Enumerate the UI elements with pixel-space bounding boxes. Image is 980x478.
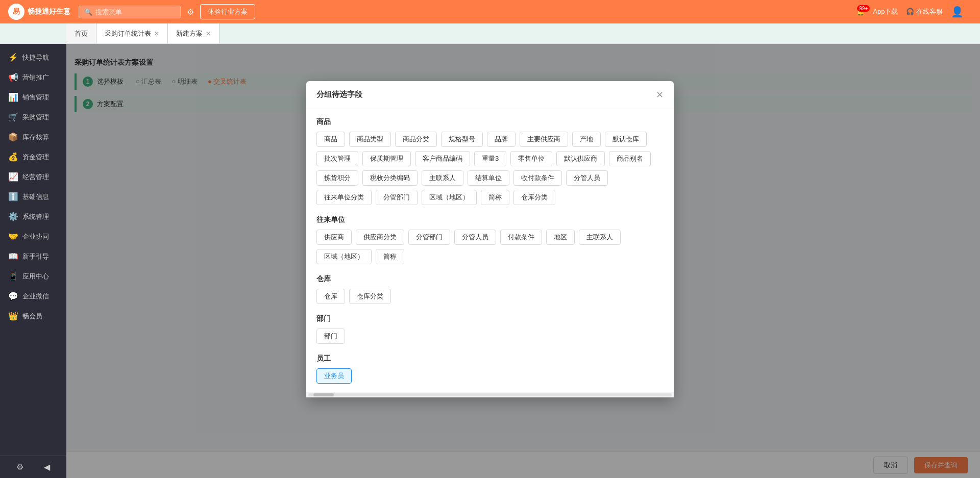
warehouse-field-tags: 仓库仓库分类: [316, 289, 664, 304]
field-tag[interactable]: 简称: [376, 249, 404, 264]
field-tag[interactable]: 往来单位分类: [316, 190, 372, 205]
sidebar-item-guide[interactable]: 📖 新手引导: [0, 246, 66, 266]
sidebar: 🔍 搜索菜单 ⚡ 快捷导航 📢 营销推广 📊 销售管理 🛒 采购管理 📦 库存核…: [0, 23, 66, 478]
sidebar-quicknav-label: 快捷导航: [22, 53, 49, 62]
field-tag[interactable]: 默认仓库: [605, 132, 647, 147]
settings-btn[interactable]: ⚙: [187, 7, 194, 17]
modal-hscrollbar[interactable]: [306, 392, 674, 397]
field-tag[interactable]: 零售单位: [510, 151, 552, 166]
field-tag[interactable]: 主联系人: [422, 170, 463, 186]
sidebar-app-label: 应用中心: [22, 272, 49, 281]
sidebar-operations-label: 经营管理: [22, 172, 49, 182]
section-product: 商品 商品商品类型商品分类规格型号品牌主要供应商产地默认仓库批次管理保质期管理客…: [316, 117, 664, 205]
sidebar-bottom: ⚙ ◀: [0, 456, 66, 478]
header-search-box[interactable]: 🔍: [79, 6, 181, 18]
field-tag[interactable]: 主联系人: [579, 230, 621, 245]
field-tag[interactable]: 主要供应商: [520, 132, 568, 147]
modal-close-btn[interactable]: ✕: [656, 89, 664, 100]
field-tag[interactable]: 地区: [546, 230, 575, 245]
sales-icon: 📊: [8, 92, 18, 102]
wechat-icon: 💬: [8, 291, 18, 301]
field-tag[interactable]: 付款条件: [500, 230, 542, 245]
section-employee-title: 员工: [316, 354, 664, 363]
sidebar-item-purchase[interactable]: 🛒 采购管理: [0, 107, 66, 127]
field-tag[interactable]: 收付款条件: [513, 170, 562, 186]
inventory-icon: 📦: [8, 132, 18, 142]
app-download-link[interactable]: App下载: [873, 7, 898, 16]
field-tag[interactable]: 仓库分类: [513, 190, 555, 205]
tab-home[interactable]: 首页: [66, 23, 96, 43]
logo-icon: 易: [8, 4, 24, 20]
sidebar-item-basic-info[interactable]: ℹ️ 基础信息: [0, 187, 66, 207]
trial-btn[interactable]: 体验行业方案: [200, 4, 255, 19]
field-tag[interactable]: 供应商分类: [356, 230, 404, 245]
field-tag[interactable]: 业务员: [316, 368, 352, 384]
tab-purchase-close[interactable]: ✕: [154, 30, 159, 37]
field-tag[interactable]: 区域（地区）: [316, 249, 372, 264]
field-tag[interactable]: 商品别名: [609, 151, 651, 166]
sidebar-item-system[interactable]: ⚙️ 系统管理: [0, 207, 66, 227]
sidebar-item-operations[interactable]: 📈 经营管理: [0, 167, 66, 187]
field-tag[interactable]: 简称: [481, 190, 509, 205]
field-tag[interactable]: 拣货积分: [316, 170, 358, 186]
field-tag[interactable]: 商品: [316, 132, 345, 147]
field-tag[interactable]: 分管人员: [454, 230, 496, 245]
sidebar-finance-label: 资金管理: [22, 153, 49, 162]
modal-body[interactable]: 商品 商品商品类型商品分类规格型号品牌主要供应商产地默认仓库批次管理保质期管理客…: [306, 109, 674, 392]
field-tag[interactable]: 规格型号: [441, 132, 483, 147]
product-field-tags: 商品商品类型商品分类规格型号品牌主要供应商产地默认仓库批次管理保质期管理客户商品…: [316, 132, 664, 205]
sidebar-item-quicknav[interactable]: ⚡ 快捷导航: [0, 47, 66, 67]
field-tag[interactable]: 供应商: [316, 230, 352, 245]
sidebar-item-collab[interactable]: 🤝 企业协同: [0, 227, 66, 246]
sidebar-guide-label: 新手引导: [22, 252, 49, 261]
sidebar-basic-label: 基础信息: [22, 192, 49, 202]
sidebar-item-wechat[interactable]: 💬 企业微信: [0, 286, 66, 306]
field-tag[interactable]: 分管部门: [408, 230, 450, 245]
sidebar-collab-label: 企业协同: [22, 232, 49, 241]
field-tag[interactable]: 分管人员: [566, 170, 608, 186]
field-tag[interactable]: 保质期管理: [362, 151, 411, 166]
sidebar-collapse-icon[interactable]: ◀: [44, 462, 50, 472]
marketing-icon: 📢: [8, 72, 18, 82]
sidebar-item-app-center[interactable]: 📱 应用中心: [0, 266, 66, 286]
field-tag[interactable]: 商品类型: [349, 132, 391, 147]
search-input[interactable]: [95, 8, 157, 16]
sidebar-item-sales[interactable]: 📊 销售管理: [0, 87, 66, 107]
sidebar-item-inventory[interactable]: 📦 库存核算: [0, 127, 66, 147]
purchase-icon: 🛒: [8, 112, 18, 122]
section-partner: 往来单位 供应商供应商分类分管部门分管人员付款条件地区主联系人区域（地区）简称: [316, 215, 664, 264]
sidebar-member-label: 畅会员: [22, 312, 42, 321]
online-service-link[interactable]: 🎧 在线客服: [906, 7, 943, 16]
field-tag[interactable]: 区域（地区）: [422, 190, 477, 205]
field-tag[interactable]: 税收分类编码: [362, 170, 418, 186]
gear-icon: ⚙: [187, 8, 194, 16]
tab-new-scheme[interactable]: 新建方案 ✕: [168, 23, 219, 43]
system-icon: ⚙️: [8, 212, 18, 221]
search-icon: 🔍: [84, 8, 92, 16]
sidebar-item-member[interactable]: 👑 畅会员: [0, 306, 66, 326]
logo-area: 易 畅捷通好生意: [8, 4, 75, 20]
sidebar-settings-icon[interactable]: ⚙: [16, 462, 23, 472]
field-tag[interactable]: 重量3: [474, 151, 506, 166]
sidebar-sales-label: 销售管理: [22, 93, 49, 102]
field-tag[interactable]: 仓库分类: [349, 289, 391, 304]
hscroll-track: [308, 393, 672, 396]
field-tag[interactable]: 部门: [316, 329, 345, 344]
field-tag[interactable]: 品牌: [487, 132, 516, 147]
field-tag[interactable]: 客户商品编码: [415, 151, 470, 166]
notification-area[interactable]: 🔔 99+: [856, 8, 865, 16]
field-tag[interactable]: 产地: [572, 132, 601, 147]
hscroll-thumb[interactable]: [313, 393, 334, 396]
sidebar-item-marketing[interactable]: 📢 营销推广: [0, 67, 66, 87]
avatar[interactable]: 👤: [951, 6, 964, 18]
field-tag[interactable]: 批次管理: [316, 151, 358, 166]
field-tag[interactable]: 结算单位: [468, 170, 509, 186]
field-tag[interactable]: 分管部门: [376, 190, 418, 205]
field-tag[interactable]: 仓库: [316, 289, 345, 304]
field-tag[interactable]: 默认供应商: [556, 151, 605, 166]
quicknav-icon: ⚡: [8, 53, 18, 62]
tab-new-close[interactable]: ✕: [206, 30, 211, 37]
field-tag[interactable]: 商品分类: [395, 132, 437, 147]
tab-purchase-stats[interactable]: 采购订单统计表 ✕: [96, 23, 168, 43]
sidebar-item-finance[interactable]: 💰 资金管理: [0, 147, 66, 167]
